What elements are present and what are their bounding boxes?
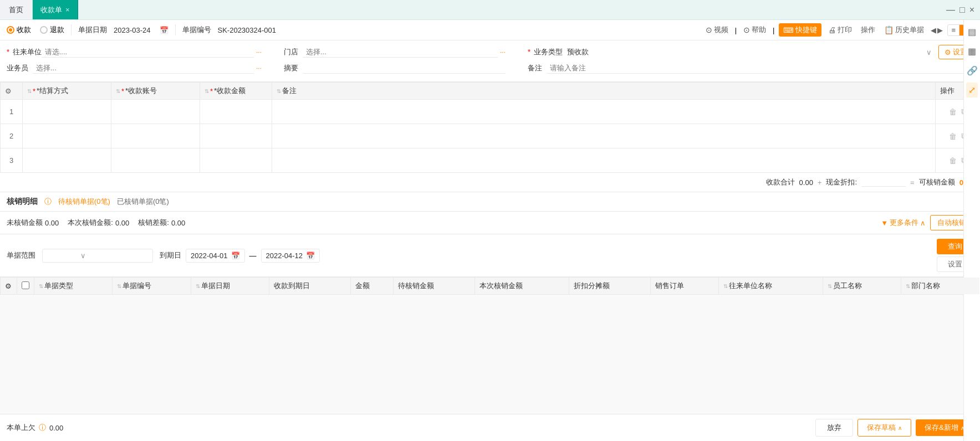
divider-1 xyxy=(71,24,72,35)
filter-row: 单据范围 ∨ 到期日 2022-04-01 📅 — 2022-04-12 📅 查… xyxy=(0,234,980,277)
summary-input[interactable] xyxy=(303,63,506,74)
partner-required: * xyxy=(7,48,9,56)
next-arrow[interactable]: ▶ xyxy=(937,26,943,34)
row-3-amount[interactable] xyxy=(200,148,272,173)
row-3-remark[interactable] xyxy=(272,148,936,173)
row-1-settlement[interactable] xyxy=(23,100,111,124)
maximize-icon[interactable]: □ xyxy=(959,5,965,15)
check-all-checkbox[interactable] xyxy=(22,281,29,289)
row-3-delete-icon[interactable]: 🗑 xyxy=(949,156,957,165)
more-conditions-btn[interactable]: ▼ 更多条件 ∧ xyxy=(881,218,926,228)
operations-btn[interactable]: 操作 xyxy=(859,24,877,36)
th-settings[interactable]: ⚙ xyxy=(1,83,23,100)
radio-refund-dot xyxy=(40,26,48,34)
save-new-label: 保存&新增 xyxy=(925,423,958,433)
minimize-icon[interactable]: — xyxy=(946,5,955,15)
unverified-stat: 未核销金额 0.00 xyxy=(7,218,59,228)
data-table: ⚙ ⇅ * *结算方式 ⇅ * *收款账号 xyxy=(0,82,980,173)
form-row-2: 业务员 ··· 摘要 备注 xyxy=(7,63,973,74)
bottom-actions: 放弃 保存草稿 ∧ 保存&新增 ∧ xyxy=(815,419,973,437)
shortcut-label: 快捷键 xyxy=(795,25,817,35)
partner-input[interactable] xyxy=(42,47,254,58)
business-type-dropdown[interactable]: 预收款 ∨ xyxy=(567,47,932,57)
close-window-icon[interactable]: × xyxy=(969,5,974,15)
writeoff-section: 核销明细 ⓘ 待核销单据(0笔) 已核销单据(0笔) 未核销金额 0.00 本次… xyxy=(0,192,980,414)
writeoff-info-icon[interactable]: ⓘ xyxy=(44,197,52,207)
date-start-input[interactable]: 2022-04-01 📅 xyxy=(186,249,245,263)
radio-receive-label: 收款 xyxy=(17,25,31,35)
date-range: 到期日 2022-04-01 📅 — 2022-04-12 📅 xyxy=(160,249,320,263)
print-icon: 🖨 xyxy=(828,25,836,34)
writeoff-header: 核销明细 ⓘ 待核销单据(0笔) 已核销单据(0笔) xyxy=(0,192,980,212)
row-1-remark[interactable] xyxy=(272,100,936,124)
remark-input[interactable] xyxy=(547,63,973,74)
filter-icon: ▼ xyxy=(881,219,888,227)
row-1-delete-icon[interactable]: 🗑 xyxy=(949,107,957,116)
calendar-end-icon[interactable]: 📅 xyxy=(306,252,315,260)
sidebar-link-icon[interactable]: 🔗 xyxy=(964,63,980,78)
history-btn[interactable]: 📋 历史单据 xyxy=(882,24,926,36)
staff-input[interactable] xyxy=(33,63,254,74)
collapse-icon: ∧ xyxy=(920,219,926,227)
save-draft-btn[interactable]: 保存草稿 ∧ xyxy=(858,419,911,437)
th-sales-order: 销售订单 xyxy=(650,278,719,295)
sort-icon-remark: ⇅ xyxy=(277,88,281,94)
row-1-account[interactable] xyxy=(111,100,200,124)
sidebar-grid-icon[interactable]: ▦ xyxy=(966,44,978,59)
main-content: 收款 退款 单据日期 2023-03-24 📅 单据编号 SK-20230324… xyxy=(0,20,980,441)
pending-tab[interactable]: 待核销单据(0笔) xyxy=(58,197,110,207)
store-input[interactable] xyxy=(303,47,498,58)
list-view-btn[interactable]: ≡ xyxy=(948,25,959,35)
history-icon: 📋 xyxy=(884,25,894,34)
table-settings-icon[interactable]: ⚙ xyxy=(5,87,12,95)
video-btn[interactable]: ⊙ 视频 xyxy=(703,24,731,36)
sidebar-expand-icon[interactable]: ⤢ xyxy=(966,83,978,98)
help-btn[interactable]: ⊙ 帮助 xyxy=(741,24,768,36)
row-2-amount[interactable] xyxy=(200,124,272,148)
partner-more-btn[interactable]: ··· xyxy=(256,48,262,56)
tab-receipt[interactable]: 收款单 × xyxy=(33,0,78,19)
help-icon: ⊙ xyxy=(743,25,750,34)
print-btn[interactable]: 🖨 打印 xyxy=(826,24,854,36)
row-1-amount[interactable] xyxy=(200,100,272,124)
calendar-start-icon[interactable]: 📅 xyxy=(231,252,240,260)
prev-arrow[interactable]: ◀ xyxy=(931,26,936,34)
print-label: 打印 xyxy=(838,25,852,35)
tab-close-icon[interactable]: × xyxy=(65,6,70,14)
th-doc-num: ⇅ 单据编号 xyxy=(113,278,191,295)
table-row: 3 🗑 ⧉ xyxy=(1,148,980,173)
row-2-delete-icon[interactable]: 🗑 xyxy=(949,132,957,141)
sidebar-table-icon[interactable]: ▤ xyxy=(966,24,978,39)
th-check-all[interactable] xyxy=(17,278,34,295)
row-3-settlement[interactable] xyxy=(23,148,111,173)
discount-input[interactable] xyxy=(861,178,906,187)
date-end-input[interactable]: 2022-04-12 📅 xyxy=(261,249,320,263)
tab-home[interactable]: 首页 xyxy=(0,0,33,19)
tab-controls: — □ × xyxy=(941,5,980,15)
radio-receive[interactable]: 收款 xyxy=(7,25,31,35)
row-3-account[interactable] xyxy=(111,148,200,173)
staff-more-btn[interactable]: ··· xyxy=(256,64,262,72)
diff-value: 0.00 xyxy=(171,219,185,227)
th-discount: 折扣分摊额 xyxy=(569,278,650,295)
current-label: 本次核销金额: xyxy=(68,218,113,228)
done-tab[interactable]: 已核销单据(0笔) xyxy=(117,197,169,207)
row-2-account[interactable] xyxy=(111,124,200,148)
th-doc-date: ⇅ 单据日期 xyxy=(191,278,269,295)
radio-refund[interactable]: 退款 xyxy=(40,25,64,35)
radio-refund-label: 退款 xyxy=(50,25,64,35)
range-dropdown[interactable]: ∨ xyxy=(42,249,153,263)
date-value: 2023-03-24 xyxy=(114,26,151,34)
data-table-container: ⚙ ⇅ * *结算方式 ⇅ * *收款账号 xyxy=(0,82,980,173)
sort-dept: ⇅ xyxy=(906,283,910,289)
abandon-btn[interactable]: 放弃 xyxy=(815,419,853,437)
shortcut-btn[interactable]: ⌨ 快捷键 xyxy=(779,23,821,37)
th-settings-icon[interactable]: ⚙ xyxy=(5,282,12,290)
calendar-icon[interactable]: 📅 xyxy=(160,26,169,34)
bottom-table-container[interactable]: ⚙ ⇅ 单据类型 ⇅ xyxy=(0,277,980,414)
row-2-settlement[interactable] xyxy=(23,124,111,148)
row-2-remark[interactable] xyxy=(272,124,936,148)
th-doc-type: ⇅ 单据类型 xyxy=(34,278,113,295)
store-more-btn[interactable]: ··· xyxy=(500,48,506,56)
bottom-info-icon[interactable]: ⓘ xyxy=(39,423,46,433)
